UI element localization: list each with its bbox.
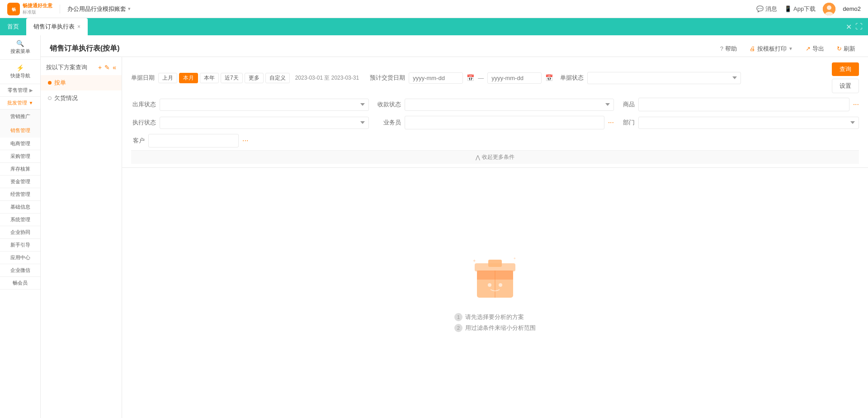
message-btn[interactable]: 💬 消息: [756, 5, 777, 13]
panel-header-icons: + ✎ «: [98, 64, 116, 71]
message-icon: 💬: [756, 5, 764, 12]
dept-group: 部门 销售部 市场部: [621, 117, 859, 129]
empty-illustration: ✦ ✦ ✦: [468, 254, 522, 304]
exec-select[interactable]: 未完成 已完成: [160, 117, 369, 129]
tab-bar: 首页 销售订单执行表 × ✕ ⛶: [0, 18, 868, 35]
query-btn[interactable]: 查询: [832, 62, 859, 76]
edit-scheme-icon[interactable]: ✎: [104, 64, 110, 71]
scheme-item-欠货情况[interactable]: 欠货情况: [41, 90, 122, 106]
print-icon: 🖨: [750, 45, 755, 52]
filter-section: 单据日期 上月 本月 本年 近7天 更多 自定义 2023-03-01 至 20…: [122, 57, 868, 168]
collapse-filter-btn[interactable]: ⋀ 收起更多条件: [131, 150, 859, 164]
quick-nav-icon: ⚡: [16, 64, 24, 71]
sidebar: 🔍 搜索菜单 ⚡ 快捷导航 零售管理 ▶ 批发管理 ▼ 营销推广 销售管理: [0, 35, 41, 418]
sidebar-item-app-center[interactable]: 应用中心: [0, 252, 40, 264]
panel-header: 按以下方案查询 + ✎ «: [41, 62, 122, 75]
tab-sales-exec[interactable]: 销售订单执行表 ×: [26, 18, 88, 35]
exec-group: 执行状态 未完成 已完成: [131, 117, 369, 129]
date-btn-last-month[interactable]: 上月: [158, 73, 177, 83]
expected-date-group: 预计交货日期 📅 — 📅: [370, 72, 553, 84]
logo-area: 畅 畅捷通好生意 标准版: [7, 2, 52, 15]
top-bar: 畅 畅捷通好生意 标准版 办公用品行业模拟账套 ▾ 💬 消息 📱 App下载: [0, 0, 868, 18]
sidebar-item-wechat[interactable]: 企业微信: [0, 264, 40, 277]
date-btn-custom[interactable]: 自定义: [265, 73, 290, 83]
goods-input-area[interactable]: [638, 98, 849, 111]
avatar[interactable]: [823, 3, 835, 15]
empty-hints: 1 请先选择要分析的方案 2 用过滤条件来缩小分析范围: [454, 313, 536, 332]
status-filter-group: 单据状态 待审核 已审核 已完成 已作废: [560, 72, 825, 84]
sidebar-item-system[interactable]: 系统管理: [0, 214, 40, 226]
filter-row-1: 单据日期 上月 本月 本年 近7天 更多 自定义 2023-03-01 至 20…: [131, 62, 859, 93]
sidebar-item-retail[interactable]: 零售管理 ▶: [0, 84, 40, 97]
goods-more-icon[interactable]: ···: [853, 100, 859, 109]
setting-btn[interactable]: 设置: [832, 79, 859, 93]
add-scheme-icon[interactable]: +: [98, 64, 102, 71]
date-btn-more[interactable]: 更多: [245, 73, 264, 83]
customer-input-area[interactable]: [148, 134, 239, 147]
exec-label: 执行状态: [131, 119, 156, 127]
expected-date-end-input[interactable]: [487, 72, 542, 84]
help-icon: ?: [720, 45, 723, 52]
sidebar-item-marketing[interactable]: 营销推广: [0, 109, 40, 124]
date-btn-last-7days[interactable]: 近7天: [221, 73, 243, 83]
sidebar-item-member[interactable]: 畅会员: [0, 277, 40, 290]
sales-group: 业务员 ···: [376, 116, 614, 129]
date-btn-this-month[interactable]: 本月: [179, 73, 198, 83]
svg-text:✦: ✦: [513, 256, 516, 261]
page-actions: ? 帮助 🖨 按模板打印 ▼ ↗ 导出 ↻ 刷新: [717, 43, 859, 55]
collapse-arrow-icon: ⋀: [476, 154, 480, 161]
app-download-btn[interactable]: 📱 App下载: [784, 5, 816, 13]
top-bar-right: 💬 消息 📱 App下载 demo2: [756, 3, 861, 15]
sales-more-icon[interactable]: ···: [608, 119, 614, 127]
sidebar-item-inventory[interactable]: 库存核算: [0, 163, 40, 176]
print-btn[interactable]: 🖨 按模板打印 ▼: [746, 43, 797, 55]
active-scheme-dot: [48, 81, 52, 85]
content-body: 按以下方案查询 + ✎ « 按单 欠货情况: [41, 57, 868, 418]
receipt-select[interactable]: 未收款 部分收款 全部收款: [405, 99, 614, 111]
sidebar-item-wholesale[interactable]: 批发管理 ▼: [0, 97, 40, 109]
tab-home[interactable]: 首页: [0, 18, 26, 35]
collapse-panel-icon[interactable]: «: [113, 64, 116, 71]
outbound-select[interactable]: 未出库 部分出库 全部出库: [160, 99, 369, 111]
customer-more-icon[interactable]: ···: [242, 137, 248, 145]
sidebar-item-search[interactable]: 🔍 搜索菜单: [0, 35, 40, 60]
sidebar-item-finance[interactable]: 资金管理: [0, 176, 40, 188]
sidebar-item-purchase[interactable]: 采购管理: [0, 150, 40, 163]
scheme-item-按单[interactable]: 按单: [41, 75, 122, 90]
status-select[interactable]: 待审核 已审核 已完成 已作废: [587, 72, 741, 84]
calendar-start-icon[interactable]: 📅: [467, 74, 474, 81]
filter-row-4: 客户 ···: [131, 134, 859, 147]
action-btns: 查询 设置: [832, 62, 859, 93]
sidebar-item-enterprise[interactable]: 企业协同: [0, 226, 40, 239]
tab-maximize-icon[interactable]: ⛶: [855, 23, 863, 31]
export-btn[interactable]: ↗ 导出: [802, 43, 828, 55]
sidebar-item-sales-mgmt[interactable]: 销售管理: [0, 124, 40, 138]
app-title[interactable]: 办公用品行业模拟账套 ▾: [67, 5, 131, 13]
svg-point-13: [488, 283, 491, 287]
empty-area: ✦ ✦ ✦ 1 请先选择要分析的方案: [122, 168, 868, 418]
sidebar-item-quick-nav[interactable]: ⚡ 快捷导航: [0, 60, 40, 84]
top-bar-left: 畅 畅捷通好生意 标准版 办公用品行业模拟账套 ▾: [7, 2, 131, 15]
title-arrow: ▾: [128, 6, 131, 12]
tab-close-btn[interactable]: ×: [77, 24, 80, 30]
dept-select[interactable]: 销售部 市场部: [638, 117, 859, 129]
receipt-label: 收款状态: [376, 100, 401, 109]
sidebar-item-basic[interactable]: 基础信息: [0, 201, 40, 214]
tab-bar-actions: ✕ ⛶: [846, 23, 868, 31]
help-btn[interactable]: ? 帮助: [717, 43, 741, 55]
empty-hint-1: 1 请先选择要分析的方案: [454, 313, 536, 321]
tab-close-all-icon[interactable]: ✕: [846, 23, 852, 31]
wholesale-arrow-icon: ▼: [29, 100, 33, 105]
date-btn-this-year[interactable]: 本年: [200, 73, 219, 83]
date-separator: —: [478, 75, 484, 81]
wholesale-sub: 营销推广 销售管理: [0, 109, 40, 138]
dept-label: 部门: [621, 119, 635, 127]
sidebar-item-ecom[interactable]: 电商管理: [0, 138, 40, 150]
calendar-end-icon[interactable]: 📅: [545, 74, 553, 81]
sidebar-item-newbie[interactable]: 新手引导: [0, 239, 40, 252]
expected-date-start-input[interactable]: [409, 72, 463, 84]
outbound-group: 出库状态 未出库 部分出库 全部出库: [131, 99, 369, 111]
sales-input-area[interactable]: [405, 116, 604, 129]
sidebar-item-operations[interactable]: 经营管理: [0, 188, 40, 201]
refresh-btn[interactable]: ↻ 刷新: [833, 43, 859, 55]
